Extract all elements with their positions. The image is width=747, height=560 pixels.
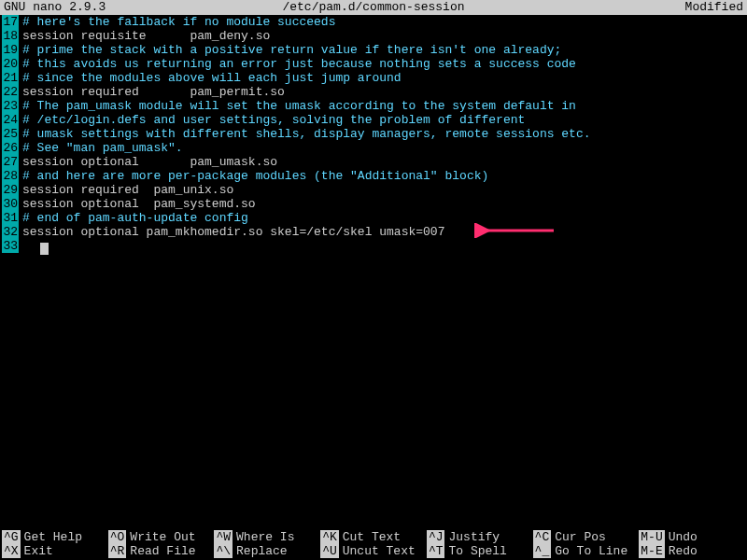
shortcut-item[interactable]: ^CCur Pos xyxy=(533,530,640,544)
shortcut-item[interactable]: M-ERedo xyxy=(639,544,745,558)
shortcut-label: Undo xyxy=(669,530,698,544)
shortcut-item[interactable]: ^UUncut Text xyxy=(320,544,427,558)
shortcut-bar: ^GGet Help^OWrite Out^WWhere Is^KCut Tex… xyxy=(0,530,747,560)
shortcut-key: ^W xyxy=(214,530,233,544)
shortcut-label: Cur Pos xyxy=(555,530,606,544)
shortcut-label: To Spell xyxy=(448,544,506,558)
line-text: # since the modules above will each just… xyxy=(22,71,402,85)
editor-line[interactable]: 32session optional pam_mkhomedir.so skel… xyxy=(2,225,745,239)
shortcut-key: ^C xyxy=(533,530,552,544)
editor-line[interactable]: 20# this avoids us returning an error ju… xyxy=(2,57,745,71)
line-number: 23 xyxy=(2,99,19,113)
shortcut-key: M-E xyxy=(639,544,664,558)
shortcut-label: Write Out xyxy=(130,530,195,544)
line-text: # this avoids us returning an error just… xyxy=(22,57,576,71)
shortcut-item[interactable]: ^RRead File xyxy=(108,544,215,558)
shortcut-key: ^J xyxy=(427,530,445,544)
line-number: 31 xyxy=(2,211,19,225)
editor-line[interactable]: 26# See "man pam_umask". xyxy=(2,141,745,155)
editor-line[interactable]: 31# end of pam-auth-update config xyxy=(2,211,745,225)
modified-status: Modified xyxy=(685,0,743,15)
shortcut-label: Redo xyxy=(669,544,698,558)
editor-line[interactable]: 22session required pam_permit.so xyxy=(2,85,745,99)
line-number: 27 xyxy=(2,155,19,169)
editor-line[interactable]: 23# The pam_umask module will set the um… xyxy=(2,99,745,113)
line-number: 20 xyxy=(2,57,19,71)
line-text: # /etc/login.defs and user settings, sol… xyxy=(22,113,525,127)
line-text: session optional pam_umask.so xyxy=(22,155,277,169)
line-text: # prime the stack with a positive return… xyxy=(22,43,561,57)
line-number: 32 xyxy=(2,225,19,239)
shortcut-label: Go To Line xyxy=(555,544,627,558)
line-number: 17 xyxy=(2,15,19,29)
line-text: # The pam_umask module will set the umas… xyxy=(22,99,576,113)
editor-line[interactable]: 24# /etc/login.defs and user settings, s… xyxy=(2,113,745,127)
line-number: 30 xyxy=(2,197,19,211)
editor-area[interactable]: 17# here's the fallback if no module suc… xyxy=(0,15,747,253)
editor-line[interactable]: 21# since the modules above will each ju… xyxy=(2,71,745,85)
line-text: session optional pam_systemd.so xyxy=(22,197,256,211)
editor-line[interactable]: 27session optional pam_umask.so xyxy=(2,155,745,169)
line-number: 33 xyxy=(2,239,19,253)
line-number: 25 xyxy=(2,127,19,141)
shortcut-item[interactable]: ^TTo Spell xyxy=(427,544,533,558)
shortcut-item[interactable]: ^OWrite Out xyxy=(108,530,215,544)
shortcut-key: ^K xyxy=(320,530,339,544)
line-text: session optional pam_mkhomedir.so skel=/… xyxy=(22,225,444,239)
shortcut-item[interactable]: ^JJustify xyxy=(427,530,533,544)
shortcut-key: ^G xyxy=(2,530,21,544)
shortcut-key: ^\ xyxy=(214,544,233,558)
shortcut-label: Where Is xyxy=(236,530,294,544)
shortcut-label: Replace xyxy=(236,544,288,558)
line-text: # and here are more per-package modules … xyxy=(22,169,488,183)
shortcut-item[interactable]: M-UUndo xyxy=(639,530,745,544)
shortcut-label: Read File xyxy=(130,544,195,558)
shortcut-label: Cut Text xyxy=(343,530,401,544)
editor-line[interactable]: 19# prime the stack with a positive retu… xyxy=(2,43,745,57)
title-bar: GNU nano 2.9.3 /etc/pam.d/common-session… xyxy=(0,0,747,15)
line-text: session requisite pam_deny.so xyxy=(22,29,270,43)
line-number: 22 xyxy=(2,85,19,99)
editor-line[interactable]: 30session optional pam_systemd.so xyxy=(2,197,745,211)
shortcut-label: Exit xyxy=(24,544,53,558)
shortcut-item[interactable]: ^GGet Help xyxy=(2,530,108,544)
editor-line[interactable]: 29session required pam_unix.so xyxy=(2,183,745,197)
line-text: session required pam_permit.so xyxy=(22,85,285,99)
line-number: 24 xyxy=(2,113,19,127)
shortcut-item[interactable]: ^KCut Text xyxy=(320,530,427,544)
line-text: session required pam_unix.so xyxy=(22,183,233,197)
shortcut-key: ^T xyxy=(427,544,445,558)
shortcut-label: Justify xyxy=(448,530,500,544)
editor-line[interactable]: 18session requisite pam_deny.so xyxy=(2,29,745,43)
editor-line[interactable]: 25# umask settings with different shells… xyxy=(2,127,745,141)
line-text: # end of pam-auth-update config xyxy=(22,211,248,225)
shortcut-item[interactable]: ^\Replace xyxy=(214,544,320,558)
shortcut-item[interactable]: ^_Go To Line xyxy=(533,544,640,558)
shortcut-label: Uncut Text xyxy=(343,544,416,558)
shortcut-key: ^U xyxy=(320,544,339,558)
shortcut-key: M-U xyxy=(639,530,664,544)
editor-line[interactable]: 33 xyxy=(2,239,745,253)
line-number: 19 xyxy=(2,43,19,57)
shortcut-item[interactable]: ^WWhere Is xyxy=(214,530,320,544)
line-number: 29 xyxy=(2,183,19,197)
file-path: /etc/pam.d/common-session xyxy=(0,0,747,14)
line-number: 28 xyxy=(2,169,19,183)
shortcut-key: ^O xyxy=(108,530,127,544)
shortcut-item[interactable]: ^XExit xyxy=(2,544,108,558)
shortcut-key: ^R xyxy=(108,544,127,558)
shortcut-key: ^_ xyxy=(533,544,552,558)
editor-line[interactable]: 28# and here are more per-package module… xyxy=(2,169,745,183)
app-name: GNU nano 2.9.3 xyxy=(4,0,106,15)
line-number: 21 xyxy=(2,71,19,85)
line-number: 26 xyxy=(2,141,19,155)
line-number: 18 xyxy=(2,29,19,43)
line-text: # See "man pam_umask". xyxy=(22,141,183,155)
line-text: # here's the fallback if no module succe… xyxy=(22,15,335,29)
line-text: # umask settings with different shells, … xyxy=(22,127,591,141)
text-cursor xyxy=(40,243,49,255)
editor-line[interactable]: 17# here's the fallback if no module suc… xyxy=(2,15,745,29)
shortcut-key: ^X xyxy=(2,544,21,558)
shortcut-label: Get Help xyxy=(24,530,82,544)
